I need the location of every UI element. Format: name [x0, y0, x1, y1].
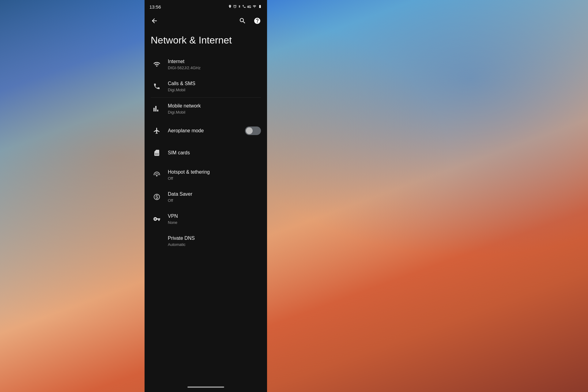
private-dns-title: Private DNS: [168, 235, 261, 242]
search-icon: [239, 17, 246, 24]
vpn-title: VPN: [168, 213, 261, 220]
phone-container: 13:56 4G: [145, 0, 267, 392]
calls-sms-icon: [151, 80, 163, 92]
search-button[interactable]: [236, 15, 249, 27]
hotspot-tethering-subtitle: Off: [168, 176, 261, 181]
calls-sms-title: Calls & SMS: [168, 81, 261, 87]
data-saver-subtitle: Off: [168, 198, 261, 203]
status-time: 13:56: [149, 4, 161, 9]
alarm-icon: [233, 4, 237, 9]
background-overlay: [0, 0, 588, 392]
aeroplane-mode-text: Aeroplane mode: [168, 128, 245, 134]
vpn-subtitle: None: [168, 220, 261, 225]
back-button[interactable]: [148, 15, 160, 27]
sim-cards-item[interactable]: SIM cards: [145, 142, 267, 164]
vpn-icon: [151, 213, 163, 225]
help-icon: [254, 17, 261, 24]
internet-subtitle: DIGI-562J/2.4GHz: [168, 66, 261, 70]
nav-bar: [145, 12, 267, 29]
private-dns-icon: [151, 235, 163, 247]
data-saver-title: Data Saver: [168, 191, 261, 198]
aeroplane-mode-item[interactable]: Aeroplane mode: [145, 120, 267, 142]
location-icon: [228, 4, 232, 9]
calls-sms-item[interactable]: Calls & SMS Digi.Mobil: [145, 75, 267, 97]
hotspot-tethering-item[interactable]: Hotspot & tethering Off: [145, 164, 267, 186]
signal-bars-icon: [252, 5, 257, 9]
nav-actions: [236, 15, 263, 27]
phone-signal-icon: [242, 4, 246, 9]
page-title: Network & Internet: [151, 34, 261, 46]
sim-cards-text: SIM cards: [168, 150, 261, 156]
hotspot-tethering-title: Hotspot & tethering: [168, 169, 261, 175]
hotspot-tethering-text: Hotspot & tethering Off: [168, 169, 261, 181]
data-saver-item[interactable]: Data Saver Off: [145, 186, 267, 208]
mobile-network-title: Mobile network: [168, 103, 261, 109]
settings-list: Internet DIGI-562J/2.4GHz Calls & SMS Di…: [145, 53, 267, 382]
signal-icon: [151, 103, 163, 115]
wifi-icon: [151, 58, 163, 70]
private-dns-text: Private DNS Automatic: [168, 235, 261, 247]
mobile-network-subtitle: Digi.Mobil: [168, 110, 261, 115]
vpn-item[interactable]: VPN None: [145, 208, 267, 230]
hotspot-icon: [151, 169, 163, 181]
internet-item[interactable]: Internet DIGI-562J/2.4GHz: [145, 53, 267, 75]
status-bar: 13:56 4G: [145, 0, 267, 12]
vpn-text: VPN None: [168, 213, 261, 225]
data-saver-text: Data Saver Off: [168, 191, 261, 203]
internet-text: Internet DIGI-562J/2.4GHz: [168, 58, 261, 70]
4g-icon: 4G: [247, 5, 251, 9]
battery-icon: [258, 5, 262, 9]
page-title-section: Network & Internet: [145, 29, 267, 53]
mobile-network-text: Mobile network Digi.Mobil: [168, 103, 261, 115]
bluetooth-icon: [238, 4, 241, 9]
home-indicator: [187, 386, 224, 388]
private-dns-item[interactable]: Private DNS Automatic: [145, 230, 267, 252]
aeroplane-mode-title: Aeroplane mode: [168, 128, 245, 134]
internet-title: Internet: [168, 58, 261, 65]
airplane-icon: [151, 125, 163, 137]
status-icons: 4G: [228, 4, 262, 9]
sim-cards-title: SIM cards: [168, 150, 261, 156]
aeroplane-toggle[interactable]: [245, 126, 261, 135]
calls-sms-subtitle: Digi.Mobil: [168, 88, 261, 92]
toggle-knob: [246, 127, 253, 134]
private-dns-subtitle: Automatic: [168, 242, 261, 247]
bottom-indicator: [145, 382, 267, 392]
back-arrow-icon: [151, 17, 158, 24]
data-saver-icon: [151, 191, 163, 203]
mobile-network-item[interactable]: Mobile network Digi.Mobil: [145, 98, 267, 120]
calls-sms-text: Calls & SMS Digi.Mobil: [168, 81, 261, 92]
help-button[interactable]: [251, 15, 263, 27]
sim-icon: [151, 147, 163, 159]
